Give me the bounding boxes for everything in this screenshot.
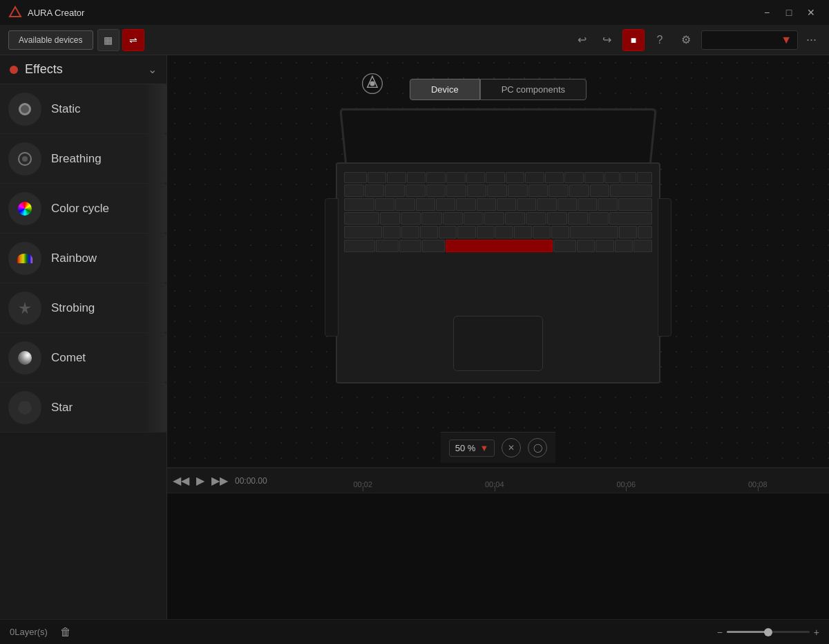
device-tabs-area: Device PC components [167,66,829,100]
key-f5 [446,172,466,183]
current-time-label: 00:00.00 [235,476,290,486]
zoom-out-button[interactable]: − [717,627,723,638]
effects-dot [10,66,18,74]
key-period [533,226,551,238]
zoom-thumb[interactable] [764,628,772,636]
help-button[interactable]: ? [649,29,671,51]
effect-label-comet: Comet [51,351,86,365]
key-del [604,172,620,183]
key-w [395,198,414,211]
key-spacebar [446,240,553,252]
effect-accent [144,333,166,382]
key-bracket-l [578,198,597,211]
key-q [375,198,394,211]
ruler-mark-2s: 00:02 [297,477,429,490]
key-row-zxcv [344,226,652,238]
key-f4 [426,172,446,183]
ruler-mark-8s: 00:08 [692,477,824,490]
effect-item-breathing[interactable]: Breathing [0,134,166,184]
record-icon: ■ [631,35,636,46]
effect-item-strobing[interactable]: Strobing [0,283,166,333]
toolbar: Available devices ▦ ⇌ ↩ ↪ ■ ? ⚙ ▼ ··· [0,25,829,55]
effects-header: Effects ⌄ [0,55,166,84]
help-icon: ? [657,34,663,46]
key-enter-top [618,198,652,211]
effect-icon-comet [8,341,41,375]
key-f11 [564,172,584,183]
minimize-button[interactable]: − [757,3,776,22]
key-row-numbers [344,184,652,197]
settings-button[interactable]: ⚙ [675,29,697,51]
grid-view-button[interactable]: ▦ [97,29,120,51]
effect-item-rainbow[interactable]: Rainbow [0,234,166,283]
delete-layer-button[interactable]: 🗑 [60,626,71,638]
effect-item-comet[interactable]: Comet [0,333,166,383]
key-semicolon [568,212,588,225]
undo-button[interactable]: ↩ [571,29,593,51]
right-speaker [658,198,671,337]
tab-device[interactable]: Device [410,79,480,100]
rainbow-icon [17,254,32,263]
key-f10 [545,172,564,183]
zoom-slider[interactable] [727,631,810,633]
zoom-dropdown[interactable]: 50 % ▼ [449,439,495,457]
key-j [505,212,525,225]
effects-collapse-icon[interactable]: ⌄ [148,63,157,76]
timeline-content [167,493,829,619]
reset-view-button[interactable]: ✕ [502,438,521,457]
profile-dropdown[interactable]: ▼ [701,30,798,50]
key-a [380,212,400,225]
zoom-fill [727,631,768,633]
key-o [537,198,556,211]
key-x [401,226,419,238]
key-0 [549,184,569,197]
layers-count-label: 0Layer(s) [10,627,48,637]
zoom-in-button[interactable]: + [814,627,819,638]
sync-button[interactable]: ⇌ [122,29,144,51]
zoom-slider-wrap: − + [717,627,819,638]
rog-logo-area [360,71,385,96]
effect-icon-strobing [8,292,41,325]
trackpad [453,316,543,371]
close-button[interactable]: ✕ [801,3,821,22]
key-right [615,240,633,252]
key-win [399,240,422,252]
effect-accent [144,283,166,332]
key-pgdn [633,240,652,252]
effect-accent [144,84,166,133]
key-f2 [387,172,406,183]
transport-skip-button[interactable]: ▶▶ [211,474,228,487]
more-options-button[interactable]: ··· [802,32,821,47]
effect-item-star[interactable]: Star [0,383,166,433]
maximize-button[interactable]: □ [779,3,799,22]
key-c [420,226,438,238]
transport-rewind-button[interactable]: ◀◀ [173,474,189,487]
effect-label-breathing: Breathing [51,152,102,166]
center-view-button[interactable]: ◯ [528,438,547,457]
timeline: ◀◀ ▶ ▶▶ 00:00.00 00:02 00:04 [167,467,829,619]
key-up [619,226,637,238]
ruler-tick-4s [495,486,495,491]
dropdown-arrow-icon: ▼ [781,34,792,46]
zoom-level-label: 50 % [455,443,476,453]
key-h [484,212,504,225]
ruler-marks: 00:02 00:04 00:06 00:08 [297,477,823,490]
available-devices-button[interactable]: Available devices [8,30,93,50]
key-4 [426,184,446,197]
comet-icon [18,351,32,365]
effect-item-static[interactable]: Static [0,84,166,134]
key-f1 [368,172,387,183]
sidebar: Effects ⌄ Static Breathing [0,55,167,619]
main-content: Effects ⌄ Static Breathing [0,55,829,619]
key-quote [589,212,609,225]
sync-icon: ⇌ [129,35,137,46]
tab-pc-components[interactable]: PC components [480,79,587,100]
record-button[interactable]: ■ [622,29,645,51]
key-left [577,240,595,252]
statusbar: 0Layer(s) 🗑 − + [0,619,829,644]
effect-item-color-cycle[interactable]: Color cycle [0,184,166,234]
effect-icon-static [8,93,41,126]
redo-button[interactable]: ↪ [596,29,618,51]
key-6 [467,184,487,197]
transport-play-button[interactable]: ▶ [196,474,204,487]
